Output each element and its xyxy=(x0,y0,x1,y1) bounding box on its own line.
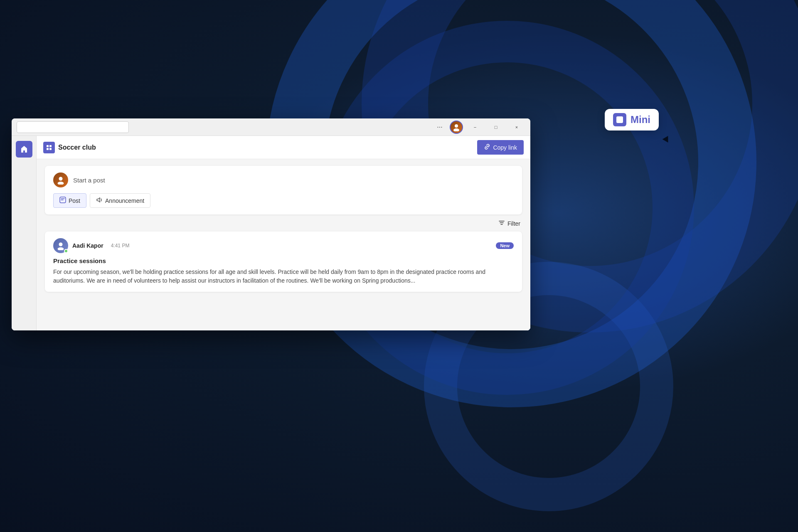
teams-mini-logo xyxy=(613,113,626,126)
filter-button[interactable]: Filter xyxy=(498,219,520,227)
svg-point-1 xyxy=(453,128,459,131)
svg-rect-3 xyxy=(49,145,52,147)
post-actions: Post Announcement xyxy=(53,193,514,208)
filter-bar: Filter xyxy=(45,219,522,227)
channel-name: Soccer club xyxy=(43,142,96,153)
announcement-button-label: Announcement xyxy=(105,197,144,204)
start-post-header: Start a post xyxy=(53,172,514,187)
channel-title: Soccer club xyxy=(58,144,96,151)
channel-icon xyxy=(43,142,55,153)
minimize-button[interactable]: − xyxy=(466,118,484,136)
post-title: Practice sessions xyxy=(53,257,514,264)
post-button[interactable]: Post xyxy=(53,193,86,208)
announcement-button[interactable]: Announcement xyxy=(90,193,150,208)
filter-label: Filter xyxy=(507,220,520,227)
svg-point-10 xyxy=(58,247,64,250)
more-button[interactable]: ··· xyxy=(433,121,446,134)
current-user-avatar xyxy=(53,172,68,187)
svg-point-0 xyxy=(455,124,458,128)
svg-point-7 xyxy=(58,182,64,185)
mini-tooltip: Mini xyxy=(605,109,659,131)
start-post-input[interactable]: Start a post xyxy=(73,177,105,184)
user-avatar-button[interactable] xyxy=(450,121,463,134)
new-badge: New xyxy=(496,242,514,249)
sidebar xyxy=(12,136,37,330)
close-button[interactable]: × xyxy=(508,118,525,136)
post-author-info: Aadi Kapor 4:41 PM xyxy=(53,238,129,253)
post-author-avatar xyxy=(53,238,68,253)
svg-rect-2 xyxy=(47,145,49,147)
mini-label: Mini xyxy=(631,114,650,126)
start-post-card: Start a post Post xyxy=(45,166,522,214)
title-bar-left xyxy=(17,121,433,133)
online-status-dot xyxy=(64,249,68,253)
copy-link-button[interactable]: Copy link xyxy=(477,140,524,155)
svg-point-6 xyxy=(59,177,63,181)
post-button-label: Post xyxy=(69,197,80,204)
post-author-name[interactable]: Aadi Kapor xyxy=(72,242,103,249)
app-window: ··· − □ × xyxy=(12,118,530,330)
title-bar: ··· − □ × xyxy=(12,118,530,136)
feed: Start a post Post xyxy=(37,159,530,330)
copy-link-label: Copy link xyxy=(493,144,517,151)
channel-header: Soccer club Copy link xyxy=(37,136,530,159)
filter-icon xyxy=(498,219,505,227)
search-box[interactable] xyxy=(17,121,129,133)
post-body: For our upcoming season, we'll be holdin… xyxy=(53,268,514,285)
post-time: 4:41 PM xyxy=(111,243,130,249)
link-icon xyxy=(484,143,490,151)
svg-rect-4 xyxy=(47,148,49,150)
sidebar-home-icon[interactable] xyxy=(16,141,32,158)
svg-rect-5 xyxy=(49,148,52,150)
maximize-button[interactable]: □ xyxy=(487,118,505,136)
app-content: Soccer club Copy link xyxy=(12,136,530,330)
post-icon xyxy=(59,197,66,204)
main-content: Soccer club Copy link xyxy=(37,136,530,330)
title-bar-controls: ··· − □ × xyxy=(433,118,525,136)
post-header: Aadi Kapor 4:41 PM New xyxy=(53,238,514,253)
announcement-icon xyxy=(96,197,103,204)
svg-point-9 xyxy=(59,243,63,246)
post-card: Aadi Kapor 4:41 PM New Practice sessions… xyxy=(45,232,522,292)
